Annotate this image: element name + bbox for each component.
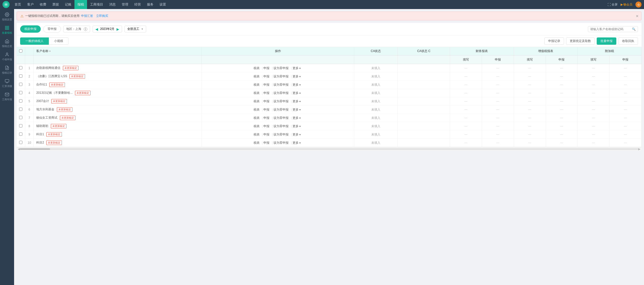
nav-item-industrial[interactable]: 工商项目 <box>87 0 106 9</box>
nav-item-message[interactable]: 消息 <box>106 0 119 9</box>
op-more[interactable]: 更多 ▾ <box>293 141 301 145</box>
op-set-zero[interactable]: 设为零申报 <box>273 141 289 145</box>
op-declare[interactable]: 申报 <box>263 66 269 70</box>
select-all-checkbox[interactable] <box>19 49 22 53</box>
scroll-thumb[interactable] <box>20 148 50 150</box>
op-set-zero[interactable]: 设为零申报 <box>273 83 289 86</box>
row-checkbox[interactable] <box>19 124 22 127</box>
nav-item-invoice[interactable]: 票据 <box>49 0 62 9</box>
row-checkbox[interactable] <box>19 66 22 69</box>
nav-item-home[interactable]: 首页 <box>12 0 24 9</box>
sidebar-item-batch-tax[interactable]: 批量报税 <box>0 23 14 37</box>
op-set-zero[interactable]: 设为零申报 <box>273 91 289 95</box>
fullscreen-btn[interactable]: ⛶ 全屏 <box>608 3 618 7</box>
row-checkbox[interactable] <box>19 116 22 119</box>
row-num: 9 <box>25 130 34 139</box>
op-declare[interactable]: 申报 <box>263 133 269 136</box>
tab-general-taxpayer[interactable]: 一般的纳税人 <box>20 37 49 45</box>
op-tax-form[interactable]: 税表 <box>254 124 260 128</box>
op-tax-form[interactable]: 税表 <box>254 66 260 70</box>
row-checkbox[interactable] <box>19 99 22 103</box>
op-more[interactable]: 更多 ▾ <box>293 108 301 111</box>
op-declare[interactable]: 申报 <box>263 100 269 103</box>
scroll-left-btn[interactable]: ◀ <box>18 147 20 151</box>
op-tax-form[interactable]: 税表 <box>254 83 260 86</box>
op-declare[interactable]: 申报 <box>263 91 269 95</box>
nav-item-accounting[interactable]: 记账 <box>62 0 74 9</box>
row-checkbox[interactable] <box>19 74 22 78</box>
search-input[interactable] <box>590 27 630 31</box>
region-selector[interactable]: 地区：上海 ℹ <box>63 26 90 32</box>
sidebar-item-tax-record[interactable]: 报税记录 <box>0 63 14 77</box>
op-more[interactable]: 更多 ▾ <box>293 124 301 128</box>
op-declare[interactable]: 申报 <box>263 83 269 86</box>
retrieve-button[interactable]: 收取回执 <box>618 37 638 45</box>
nav-item-fee[interactable]: 收费 <box>37 0 49 9</box>
op-tax-form[interactable]: 税表 <box>254 133 260 136</box>
search-icon[interactable]: 🔍 <box>632 27 636 31</box>
row-checkbox[interactable] <box>19 141 22 144</box>
op-set-zero[interactable]: 设为零申报 <box>273 116 289 120</box>
op-more[interactable]: 更多 ▾ <box>293 91 301 95</box>
row-checkbox[interactable] <box>19 132 22 136</box>
banner-close-button[interactable]: ✕ <box>636 14 639 18</box>
banner-link-buy[interactable]: 立即购买 <box>96 14 108 18</box>
nav-item-settings[interactable]: 设置 <box>156 0 169 9</box>
op-tax-form[interactable]: 税表 <box>254 116 260 120</box>
record-button[interactable]: 申报记录 <box>544 37 564 45</box>
op-more[interactable]: 更多 ▾ <box>293 116 301 120</box>
staff-dropdown[interactable]: 全部员工 ▼ <box>125 26 146 32</box>
tab-zero-declaration[interactable]: 零申报 <box>43 25 61 33</box>
nav-item-operation[interactable]: 经营 <box>131 0 144 9</box>
op-tax-form[interactable]: 税表 <box>254 100 260 103</box>
op-set-zero[interactable]: 设为零申报 <box>273 108 289 111</box>
op-set-zero[interactable]: 设为零申报 <box>273 100 289 103</box>
op-declare[interactable]: 申报 <box>263 75 269 78</box>
nav-item-service[interactable]: 服务 <box>144 0 156 9</box>
table-row: 5 2007会计 未更新核定 税表 | 申报 | 设为零申报 | 更多 ▾ 未填… <box>17 97 641 106</box>
avatar[interactable]: 会 <box>635 2 641 8</box>
batch-report-button[interactable]: 批量申报 <box>597 37 616 45</box>
next-month-button[interactable]: ▶ <box>116 27 119 31</box>
row-checkbox[interactable] <box>19 108 22 111</box>
op-declare[interactable]: 申报 <box>263 108 269 111</box>
update-stats-button[interactable]: 更新统定及取数 <box>566 37 595 45</box>
tab-tax-declaration[interactable]: 税款申报 <box>20 25 41 33</box>
op-tax-form[interactable]: 税表 <box>254 108 260 111</box>
nav-item-management[interactable]: 管理 <box>119 0 131 9</box>
sort-icon[interactable]: ▾ <box>49 50 51 53</box>
op-declare[interactable]: 申报 <box>263 116 269 120</box>
op-set-zero[interactable]: 设为零申报 <box>273 124 289 128</box>
op-tax-form[interactable]: 税表 <box>254 91 260 95</box>
op-set-zero[interactable]: 设为零申报 <box>273 133 289 136</box>
nav-item-customer[interactable]: 客户 <box>24 0 37 9</box>
scroll-right-btn[interactable]: ▶ <box>638 147 640 151</box>
sidebar-item-tax-overview[interactable]: 报税总览 <box>0 37 14 50</box>
horizontal-scrollbar[interactable]: ◀ ▶ <box>17 147 641 151</box>
op-more[interactable]: 更多 ▾ <box>293 83 301 86</box>
sidebar-item-annual-report[interactable]: 工商年报 <box>0 90 14 103</box>
op-more[interactable]: 更多 ▾ <box>293 75 301 78</box>
prev-month-button[interactable]: ◀ <box>95 27 98 31</box>
region-info-icon[interactable]: ℹ <box>84 27 87 31</box>
op-more[interactable]: 更多 ▾ <box>293 133 301 136</box>
sidebar-item-tax-settings[interactable]: 报税设置 <box>0 10 14 23</box>
op-declare[interactable]: 申报 <box>263 141 269 145</box>
vip-btn[interactable]: ▶ 畅会员 <box>621 3 632 7</box>
sidebar-item-personal-tax[interactable]: 个税申报 <box>0 50 14 63</box>
row-checkbox[interactable] <box>19 83 22 86</box>
op-set-zero[interactable]: 设为零申报 <box>273 66 289 70</box>
op-set-zero[interactable]: 设为零申报 <box>273 75 289 78</box>
banner-link-report[interactable]: 申报汇签 <box>81 14 93 18</box>
op-tax-form[interactable]: 税表 <box>254 75 260 78</box>
op-declare[interactable]: 申报 <box>263 124 269 128</box>
row-checkbox[interactable] <box>19 91 22 94</box>
nav-item-tax[interactable]: 报税 <box>74 0 87 9</box>
op-more[interactable]: 更多 ▾ <box>293 66 301 70</box>
op-more[interactable]: 更多 ▾ <box>293 100 301 103</box>
scroll-track[interactable] <box>20 148 638 150</box>
sidebar-item-annual-settlement[interactable]: 汇算清缴 <box>0 77 14 90</box>
svg-rect-3 <box>5 28 7 30</box>
op-tax-form[interactable]: 税表 <box>254 141 260 145</box>
tab-small-scale[interactable]: 小规模 <box>49 37 68 45</box>
